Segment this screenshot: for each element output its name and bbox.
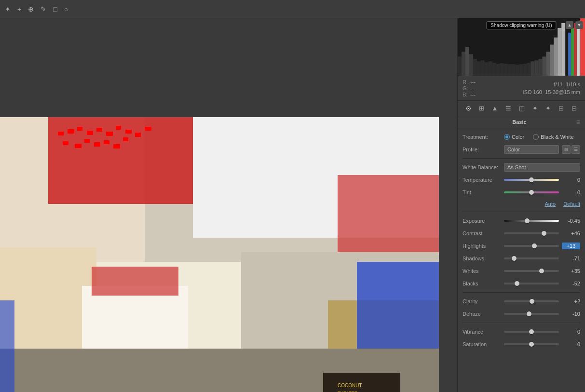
- svg-rect-57: [538, 59, 542, 76]
- panel-icon-basic[interactable]: ⊙: [465, 104, 472, 113]
- clarity-slider-track[interactable]: [504, 300, 559, 302]
- contrast-thumb[interactable]: [542, 231, 546, 236]
- shadows-slider-track[interactable]: [504, 257, 559, 259]
- highlights-thumb[interactable]: [532, 243, 537, 248]
- highlights-slider-track[interactable]: [504, 245, 559, 247]
- svg-rect-32: [113, 144, 120, 149]
- svg-rect-25: [135, 133, 141, 137]
- tool-crop[interactable]: □: [53, 5, 57, 13]
- dehaze-slider-track[interactable]: [504, 313, 559, 315]
- temperature-slider-track[interactable]: [504, 179, 559, 181]
- shadow-warning-icon[interactable]: ▼: [575, 21, 583, 29]
- tint-row: Tint 0: [463, 188, 580, 197]
- basic-panel-content: Treatment: Color Black & White: [458, 128, 585, 353]
- vibrance-thumb[interactable]: [529, 329, 534, 334]
- temperature-row: Temperature 0: [463, 175, 580, 185]
- tool-cursor[interactable]: ✦: [5, 5, 11, 13]
- highlights-label: Highlights: [463, 243, 501, 249]
- b-value: ---: [470, 92, 476, 97]
- blacks-value: -52: [562, 281, 580, 286]
- panel-icon-colorgrading[interactable]: ◫: [518, 104, 526, 113]
- dehaze-thumb[interactable]: [527, 311, 531, 316]
- highlight-warning-icon[interactable]: ▲: [566, 21, 573, 29]
- saturation-slider-track[interactable]: [504, 343, 559, 345]
- svg-rect-51: [516, 65, 519, 76]
- panel-icon-optics[interactable]: ✦: [544, 104, 552, 113]
- panel-icon-hsl[interactable]: ▲: [491, 104, 499, 113]
- auto-default-row: Auto Default: [463, 200, 580, 208]
- photo-image: COCONUT THEATER: [0, 117, 439, 392]
- panel-icon-effects[interactable]: ⊟: [571, 104, 578, 113]
- wb-select[interactable]: As Shot: [504, 163, 580, 172]
- svg-rect-61: [554, 38, 558, 76]
- shadow-warning-button[interactable]: Shadow clipping warning (U): [486, 21, 556, 29]
- svg-rect-19: [77, 127, 82, 131]
- tool-brush[interactable]: ✎: [41, 5, 46, 13]
- svg-rect-26: [145, 127, 151, 131]
- clarity-thumb[interactable]: [530, 299, 534, 304]
- vibrance-slider-track[interactable]: [504, 331, 559, 333]
- rgb-values: R: --- G: --- B: ---: [463, 79, 476, 97]
- profile-select[interactable]: Color: [504, 145, 559, 154]
- svg-rect-38: [465, 47, 469, 76]
- bw-radio[interactable]: [533, 134, 539, 140]
- svg-rect-46: [496, 64, 500, 76]
- panel-icon-colormixer[interactable]: ☰: [504, 104, 512, 113]
- tool-circle[interactable]: ○: [64, 5, 68, 13]
- clarity-row: Clarity +2: [463, 297, 580, 306]
- g-value: ---: [470, 85, 476, 91]
- bw-option[interactable]: Black & White: [533, 134, 573, 140]
- shadows-thumb[interactable]: [512, 256, 517, 261]
- svg-rect-24: [125, 130, 132, 134]
- vibrance-value: 0: [562, 329, 580, 335]
- svg-rect-54: [527, 63, 531, 76]
- profile-grid-btn[interactable]: ⊞: [562, 145, 571, 154]
- svg-rect-10: [92, 267, 178, 296]
- panel-icon-geometry[interactable]: ⊞: [558, 104, 565, 113]
- profile-list-btn[interactable]: ☰: [571, 145, 580, 154]
- default-button[interactable]: Default: [563, 201, 580, 207]
- svg-rect-52: [519, 64, 523, 76]
- shadows-value: -71: [562, 256, 580, 261]
- svg-rect-34: [0, 300, 14, 392]
- svg-rect-66: [574, 23, 577, 76]
- tool-add[interactable]: +: [17, 5, 21, 13]
- aperture-shutter: f/11 1/10 s: [523, 81, 580, 89]
- panel-title: Basic: [463, 119, 576, 125]
- tint-thumb[interactable]: [529, 190, 534, 195]
- tool-target[interactable]: ⊕: [28, 5, 34, 13]
- profile-grid-icons: ⊞ ☰: [562, 145, 580, 154]
- whites-slider-track[interactable]: [504, 270, 559, 272]
- panel-menu-icon[interactable]: ≡: [576, 118, 580, 126]
- saturation-thumb[interactable]: [529, 342, 534, 347]
- svg-rect-18: [68, 129, 74, 134]
- divider-1: [463, 158, 580, 159]
- vibrance-label: Vibrance: [463, 329, 501, 335]
- color-option[interactable]: Color: [504, 134, 524, 140]
- exposure-slider-track[interactable]: [504, 220, 559, 222]
- panel-icon-tonecurve[interactable]: ⊞: [478, 104, 485, 113]
- svg-rect-59: [546, 52, 550, 76]
- iso-lens: ISO 160 15-30@15 mm: [523, 88, 580, 96]
- whites-thumb[interactable]: [539, 269, 544, 273]
- color-radio[interactable]: [504, 134, 510, 140]
- svg-rect-47: [500, 63, 504, 76]
- auto-button[interactable]: Auto: [545, 201, 556, 207]
- contrast-slider-track[interactable]: [504, 232, 559, 234]
- svg-rect-37: [462, 52, 465, 76]
- shadows-row: Shadows -71: [463, 254, 580, 263]
- profile-row: Profile: Color ⊞ ☰: [463, 145, 580, 154]
- divider-4: [463, 323, 580, 323]
- panel-icon-detail[interactable]: ✦: [531, 104, 539, 113]
- exposure-thumb[interactable]: [525, 218, 530, 223]
- svg-rect-30: [94, 142, 100, 147]
- saturation-label: Saturation: [463, 341, 501, 347]
- vibrance-row: Vibrance 0: [463, 327, 580, 337]
- g-value-row: G: ---: [463, 85, 476, 91]
- temperature-thumb[interactable]: [529, 177, 534, 182]
- highlights-value[interactable]: +13: [562, 243, 580, 249]
- blacks-thumb[interactable]: [515, 281, 519, 286]
- blacks-slider-track[interactable]: [504, 283, 559, 284]
- tint-slider-track[interactable]: [504, 191, 559, 193]
- svg-rect-39: [469, 54, 473, 76]
